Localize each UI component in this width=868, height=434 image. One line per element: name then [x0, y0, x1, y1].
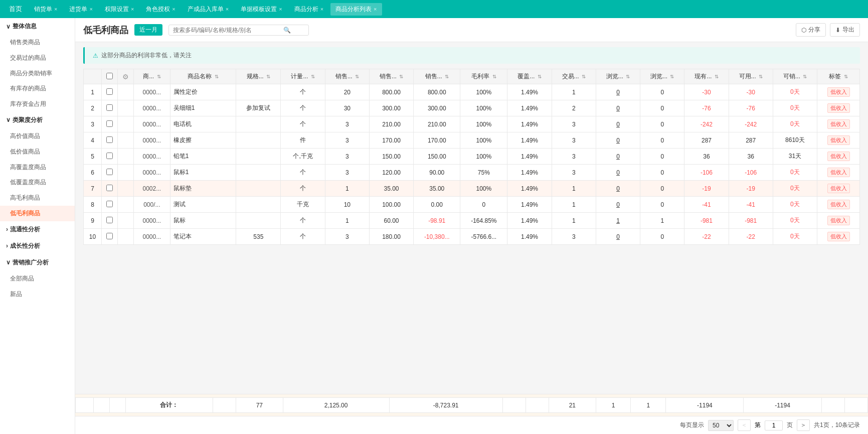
sort-icon-tag[interactable]: ⇅	[844, 74, 848, 79]
sidebar-item-in-stock[interactable]: 有库存的商品	[0, 81, 75, 96]
views1-link[interactable]: 0	[616, 89, 620, 96]
col-coverage[interactable]: 覆盖... ⇅	[507, 69, 552, 84]
row-checkbox[interactable]	[106, 217, 113, 223]
cell-checkbox[interactable]	[102, 229, 118, 245]
views1-link[interactable]: 0	[616, 105, 620, 112]
col-name[interactable]: 商品名称 ⇅	[170, 69, 236, 84]
sort-icon-transactions[interactable]: ⇅	[582, 74, 586, 79]
nav-goods-analysis[interactable]: 商品分析 ×	[289, 3, 328, 16]
col-unit[interactable]: 计量... ⇅	[281, 69, 325, 84]
views1-link[interactable]: 1	[616, 217, 620, 224]
cell-views1[interactable]: 1	[596, 213, 640, 229]
sidebar-item-low-value[interactable]: 低价值商品	[0, 144, 75, 160]
export-button[interactable]: ⬇ 导出	[830, 23, 860, 37]
sidebar-group-marketing-title[interactable]: ∨ 营销推广分析	[0, 254, 75, 271]
sidebar-item-sales-goods[interactable]: 销售类商品	[0, 35, 75, 50]
row-checkbox[interactable]	[106, 120, 113, 127]
sort-icon-sellable[interactable]: ⇅	[803, 74, 807, 79]
sidebar-group-overview-title[interactable]: ∨ 整体信息	[0, 18, 75, 35]
views1-link[interactable]: 0	[616, 201, 620, 208]
sidebar-item-traded-goods[interactable]: 交易过的商品	[0, 50, 75, 66]
sort-icon-unit[interactable]: ⇅	[311, 74, 315, 79]
nav-permissions[interactable]: 权限设置 ×	[100, 3, 139, 16]
nav-close-purchase-order[interactable]: ×	[89, 6, 92, 12]
nav-close-goods-list[interactable]: ×	[374, 6, 377, 12]
sort-icon-views1[interactable]: ⇅	[626, 74, 630, 79]
sort-icon-code[interactable]: ⇅	[157, 74, 161, 79]
col-transactions[interactable]: 交易... ⇅	[552, 69, 596, 84]
row-checkbox[interactable]	[106, 169, 113, 175]
views1-link[interactable]: 0	[616, 169, 620, 176]
col-sales-qty[interactable]: 销售... ⇅	[325, 69, 369, 84]
col-views1[interactable]: 浏览... ⇅	[596, 69, 640, 84]
nav-purchase-order[interactable]: 进货单 ×	[64, 3, 97, 16]
nav-close-roles[interactable]: ×	[172, 6, 175, 12]
select-all-checkbox[interactable]	[106, 73, 113, 79]
row-checkbox[interactable]	[106, 88, 113, 95]
sidebar-item-all-goods[interactable]: 全部商品	[0, 271, 75, 286]
col-tag[interactable]: 标签 ⇅	[817, 69, 860, 84]
sidebar-group-liquidity-title[interactable]: › 流通性分析	[0, 221, 75, 238]
nav-goods-analysis-list[interactable]: 商品分析列表 ×	[330, 3, 382, 16]
per-page-select[interactable]: 50 100 200	[708, 420, 734, 431]
col-sales-amount[interactable]: 销售... ⇅	[414, 69, 460, 84]
row-checkbox[interactable]	[106, 136, 113, 143]
cell-views1[interactable]: 0	[596, 197, 640, 213]
cell-views1[interactable]: 0	[596, 181, 640, 197]
prev-page-button[interactable]: ＜	[738, 419, 751, 431]
row-checkbox[interactable]	[106, 201, 113, 207]
row-checkbox[interactable]	[106, 233, 113, 239]
share-button[interactable]: ⬡ 分享	[796, 23, 826, 37]
cell-views1[interactable]: 0	[596, 100, 640, 116]
row-checkbox[interactable]	[106, 104, 113, 111]
cell-checkbox[interactable]	[102, 116, 118, 132]
sort-icon-name[interactable]: ⇅	[215, 74, 219, 79]
col-sellable[interactable]: 可销... ⇅	[773, 69, 817, 84]
sidebar-group-cluster-title[interactable]: ∨ 类聚度分析	[0, 112, 75, 128]
cell-checkbox[interactable]	[102, 165, 118, 181]
sort-icon-sales-price[interactable]: ⇅	[399, 74, 403, 79]
search-input[interactable]	[173, 27, 283, 34]
col-sales-price[interactable]: 销售... ⇅	[369, 69, 413, 84]
col-code[interactable]: 商... ⇅	[134, 69, 170, 84]
cell-checkbox[interactable]	[102, 213, 118, 229]
nav-sales-order[interactable]: 销货单 ×	[29, 3, 62, 16]
col-views2[interactable]: 浏览... ⇅	[640, 69, 684, 84]
sidebar-item-high-value[interactable]: 高价值商品	[0, 128, 75, 144]
cell-checkbox[interactable]	[102, 132, 118, 149]
nav-close-sales-order[interactable]: ×	[54, 6, 57, 12]
sort-icon-sales-amount[interactable]: ⇅	[445, 74, 449, 79]
sidebar-item-high-margin[interactable]: 高毛利商品	[0, 190, 75, 206]
nav-roles[interactable]: 角色授权 ×	[141, 3, 180, 16]
sort-icon-spec[interactable]: ⇅	[266, 74, 270, 79]
sidebar-item-low-coverage[interactable]: 低覆盖度商品	[0, 175, 75, 190]
sidebar-item-category-rate[interactable]: 商品分类助销率	[0, 66, 75, 81]
settings-icon[interactable]: ⚙	[122, 73, 129, 81]
views1-link[interactable]: 0	[616, 185, 620, 192]
col-gross-rate[interactable]: 毛利率 ⇅	[460, 69, 507, 84]
nav-template-settings[interactable]: 单据模板设置 ×	[236, 3, 287, 16]
sort-icon-stock[interactable]: ⇅	[715, 74, 719, 79]
data-table-container[interactable]: ⚙ 商... ⇅ 商品名称 ⇅ 规格... ⇅ 计量... ⇅ 销售... ⇅ …	[75, 69, 868, 394]
nav-close-permissions[interactable]: ×	[131, 6, 134, 12]
sort-icon-gross-rate[interactable]: ⇅	[492, 74, 496, 79]
nav-products-in[interactable]: 产成品入库单 ×	[183, 3, 234, 16]
col-spec[interactable]: 规格... ⇅	[236, 69, 281, 84]
cell-checkbox[interactable]	[102, 181, 118, 197]
views1-link[interactable]: 0	[616, 137, 620, 144]
period-button[interactable]: 近一月	[134, 24, 162, 36]
row-checkbox[interactable]	[106, 185, 113, 191]
sidebar-group-growth-title[interactable]: › 成长性分析	[0, 238, 75, 254]
col-stock[interactable]: 现有... ⇅	[684, 69, 729, 84]
sort-icon-sales-qty[interactable]: ⇅	[355, 74, 359, 79]
cell-views1[interactable]: 0	[596, 165, 640, 181]
sidebar-item-new-goods[interactable]: 新品	[0, 286, 75, 302]
cell-checkbox[interactable]	[102, 197, 118, 213]
search-icon[interactable]: 🔍	[283, 27, 291, 34]
nav-home[interactable]: 首页	[4, 3, 27, 16]
sort-icon-available[interactable]: ⇅	[759, 74, 763, 79]
cell-checkbox[interactable]	[102, 149, 118, 165]
page-number-input[interactable]	[765, 420, 783, 430]
nav-close-products-in[interactable]: ×	[226, 6, 229, 12]
col-checkbox[interactable]	[102, 69, 118, 84]
